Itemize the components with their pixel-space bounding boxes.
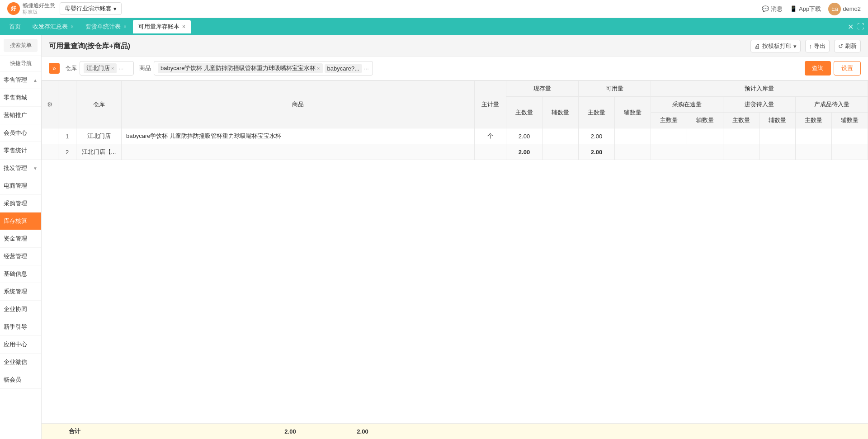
table-row: 1 江北门店 babycare学饮杯 儿童防摔防撞吸管杯重力球吸嘴杯宝宝水杯 个… [42,128,868,144]
export-button[interactable]: ↑ 导出 [805,40,830,52]
warehouse-filter-group: 仓库 江北门店 × ··· [65,61,134,76]
product-more-icon[interactable]: ··· [364,65,369,72]
data-table: ⚙ 仓库 商品 主计量 现存量 可用量 预计入库量 主数量 辅数量 主数量 [42,80,868,160]
sidebar-item-ecommerce-label: 电商管理 [4,182,27,190]
th-planned-inbound: 预计入库量 [651,81,868,97]
td-inbound-pending-main-1 [723,128,760,144]
td-current-main-2: 2.00 [506,144,542,160]
product-filter-input[interactable]: babycare学饮杯 儿童防摔防撞吸管杯重力球吸嘴杯宝宝水杯 × babyca… [154,61,373,76]
td-avail-aux-1 [615,128,651,144]
sidebar-item-inventory[interactable]: 库存核算 [0,212,41,230]
industry-selector[interactable]: 母婴行业演示账套 ▾ [60,2,122,15]
warehouse-more-icon[interactable]: ··· [118,65,123,72]
td-warehouse-2: 江北门店【... [76,144,122,160]
setting-button[interactable]: 设置 [834,61,861,76]
page-header: 可用量查询(按仓库+商品) 🖨 按模板打印 ▾ ↑ 导出 ↺ 刷新 [42,35,868,57]
refresh-button[interactable]: ↺ 刷新 [834,40,861,52]
th-avail-main: 主数量 [579,97,615,128]
tab-close-icon[interactable]: × [71,24,74,30]
th-current-aux: 辅数量 [542,97,579,128]
sidebar-item-wechat-work[interactable]: 企业微信 [0,354,41,371]
product-tag-1-close-icon[interactable]: × [317,66,320,71]
close-all-tabs-icon[interactable]: ✕ [848,23,854,31]
message-icon: 💬 [762,5,769,12]
sidebar-item-system-label: 系统管理 [4,288,27,296]
td-row-num-1: 1 [58,128,76,144]
th-inbound-pending-aux: 辅数量 [760,113,796,128]
sidebar-item-finance[interactable]: 资金管理 [0,230,41,248]
tab-home[interactable]: 首页 [4,20,26,33]
sidebar-item-member[interactable]: 会员中心 [0,124,41,142]
fullscreen-icon[interactable]: ⛶ [857,23,864,31]
app-download-action[interactable]: 📱 App下载 [790,5,821,13]
tab-bar: 首页 收发存汇总表 × 要货单统计表 × 可用量库存账本 × ✕ ⛶ [0,18,868,35]
sidebar-item-vip-label: 畅会员 [4,376,21,384]
tab-order-stats[interactable]: 要货单统计表 × [80,20,132,33]
print-template-button[interactable]: 🖨 按模板打印 ▾ [750,40,801,52]
sidebar-item-wholesale[interactable]: 批发管理 ▼ [0,160,41,177]
th-purchase-transit-aux: 辅数量 [687,113,723,128]
td-purchase-transit-aux-1 [687,128,723,144]
sidebar-item-retail-mall[interactable]: 零售商城 [0,89,41,107]
logo-area: 好 畅捷通好生意 标准版 [7,2,55,15]
th-product: 商品 [122,81,475,128]
tab-close-icon-2[interactable]: × [123,24,127,30]
printer-icon: 🖨 [755,43,760,50]
page-actions: 🖨 按模板打印 ▾ ↑ 导出 ↺ 刷新 [750,40,861,52]
warehouse-tag-label: 江北门店 [86,64,110,72]
td-inbound-pending-aux-2 [760,144,796,160]
sidebar-item-vip[interactable]: 畅会员 [0,371,41,389]
sidebar-item-app-center[interactable]: 应用中心 [0,336,41,354]
warehouse-tag-close-icon[interactable]: × [111,66,114,71]
tab-bar-actions: ✕ ⛶ [848,23,864,31]
sidebar-item-purchase[interactable]: 采购管理 [0,195,41,212]
app-icon: 📱 [790,5,797,12]
tab-close-icon-3[interactable]: × [182,24,185,30]
sidebar-item-enterprise[interactable]: 企业协同 [0,301,41,318]
td-inbound-pending-main-2 [723,144,760,160]
refresh-label: 刷新 [845,42,857,50]
chevron-icon: ▲ [33,78,38,83]
sidebar-item-newbie[interactable]: 新手引导 [0,318,41,336]
td-avail-aux-2 [615,144,651,160]
th-row-num [58,81,76,128]
filter-bar: » 仓库 江北门店 × ··· 商品 babycare学饮杯 儿童防摔防撞吸管杯… [42,57,868,80]
sidebar-item-enterprise-label: 企业协同 [4,305,27,313]
logo-text: 畅捷通好生意 [23,2,55,9]
tab-available-stock[interactable]: 可用量库存账本 × [133,20,191,33]
message-action[interactable]: 💬 消息 [762,5,783,13]
expand-filter-button[interactable]: » [49,63,60,74]
table-row: 2 江北门店【... 2.00 2.00 [42,144,868,160]
sidebar-item-retail-mgmt[interactable]: 零售管理 ▲ [0,71,41,89]
footer-current-main: 2.00 [272,428,308,435]
th-purchase-transit: 采购在途量 [651,97,723,113]
warehouse-tag: 江北门店 × [84,63,117,73]
sidebar-item-inventory-label: 库存核算 [4,217,27,225]
export-label: 导出 [814,42,826,50]
td-row-num-2: 2 [58,144,76,160]
sidebar-item-operations-label: 经营管理 [4,252,27,260]
sidebar-item-ecommerce[interactable]: 电商管理 [0,177,41,195]
td-warehouse-1: 江北门店 [76,128,122,144]
table-footer: 合计 2.00 2.00 [42,423,868,439]
td-current-aux-1 [542,128,579,144]
sidebar-item-marketing[interactable]: 营销推广 [0,107,41,124]
sidebar-item-system[interactable]: 系统管理 [0,283,41,301]
sidebar-item-basic-info-label: 基础信息 [4,270,27,278]
user-action[interactable]: Ea demo2 [828,3,861,15]
td-purchase-transit-main-1 [651,128,687,144]
product-tag-2: babycare?... [325,64,363,73]
th-purchase-transit-main: 主数量 [651,113,687,128]
query-button[interactable]: 查询 [805,61,831,76]
product-filter-group: 商品 babycare学饮杯 儿童防摔防撞吸管杯重力球吸嘴杯宝宝水杯 × bab… [139,61,373,76]
th-gear[interactable]: ⚙ [42,81,58,128]
sidebar-item-retail-stats[interactable]: 零售统计 [0,142,41,160]
sidebar-quick-nav[interactable]: 快捷导航 [0,56,41,71]
search-menu-button[interactable]: 搜索菜单 [4,39,38,52]
sidebar-item-marketing-label: 营销推广 [4,111,27,119]
sidebar-item-basic-info[interactable]: 基础信息 [0,265,41,283]
app-label: App下载 [799,5,821,13]
warehouse-filter-input[interactable]: 江北门店 × ··· [80,61,134,76]
sidebar-item-operations[interactable]: 经营管理 [0,248,41,265]
tab-stock-summary[interactable]: 收发存汇总表 × [27,20,79,33]
